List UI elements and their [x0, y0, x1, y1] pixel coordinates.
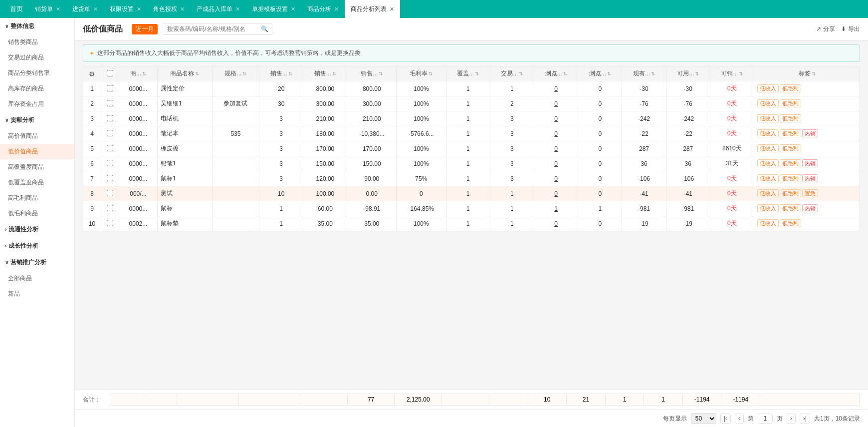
- row-checkbox[interactable]: [107, 115, 113, 121]
- nav-sales-order[interactable]: 销货单 ✕: [29, 0, 66, 18]
- row-browse1[interactable]: 0: [534, 156, 578, 171]
- sidebar-item-stock-capital[interactable]: 库存资金占用: [0, 96, 74, 112]
- row-trade: 1: [490, 81, 534, 96]
- sidebar-item-new-products[interactable]: 新品: [0, 286, 74, 302]
- sidebar-section-overall[interactable]: ∨ 整体信息: [0, 18, 74, 34]
- first-page-button[interactable]: |‹: [720, 414, 731, 424]
- row-browse1[interactable]: 0: [534, 111, 578, 126]
- sidebar-item-all-products[interactable]: 全部商品: [0, 271, 74, 286]
- sidebar-section-marketing[interactable]: ∨ 营销推广分析: [0, 254, 74, 271]
- settings-icon[interactable]: ⚙: [89, 70, 95, 78]
- row-browse1[interactable]: 1: [534, 201, 578, 216]
- table-container[interactable]: ⚙ 商...⇅ 商品名称⇅ 规格...⇅ 销售...⇅ 销售...⇅ 销售...…: [75, 66, 868, 389]
- close-icon[interactable]: ✕: [334, 6, 339, 12]
- row-checkbox-cell[interactable]: [101, 201, 119, 216]
- close-icon[interactable]: ✕: [390, 6, 394, 12]
- sidebar-section-growth[interactable]: › 成长性分析: [0, 238, 74, 254]
- page-size-select[interactable]: 50 100 200: [691, 413, 716, 424]
- row-checkbox[interactable]: [107, 175, 113, 181]
- row-checkbox[interactable]: [107, 190, 113, 196]
- row-checkbox-cell[interactable]: [101, 216, 119, 231]
- export-button[interactable]: ⬇ 导出: [841, 25, 860, 33]
- nav-home[interactable]: 首页: [4, 0, 29, 18]
- nav-product-analysis[interactable]: 商品分析 ✕: [301, 0, 345, 18]
- row-browse2: 0: [578, 186, 622, 201]
- row-browse1[interactable]: 0: [534, 171, 578, 186]
- total-browse2: 1: [644, 394, 683, 405]
- close-icon[interactable]: ✕: [93, 6, 98, 12]
- sidebar-item-high-coverage[interactable]: 高覆盖度商品: [0, 159, 74, 175]
- sidebar-section-circulation[interactable]: › 流通性分析: [0, 221, 74, 238]
- row-browse1[interactable]: 0: [534, 96, 578, 111]
- row-checkbox[interactable]: [107, 205, 113, 211]
- row-checkbox-cell[interactable]: [101, 81, 119, 96]
- row-browse2: 0: [578, 216, 622, 231]
- search-icon[interactable]: 🔍: [261, 25, 268, 32]
- row-name[interactable]: 电话机: [157, 111, 212, 126]
- nav-purchase-order[interactable]: 进货单 ✕: [66, 0, 104, 18]
- row-checkbox[interactable]: [107, 160, 113, 166]
- sidebar-item-high-profit[interactable]: 高毛利商品: [0, 190, 74, 206]
- total-trade: 21: [567, 394, 606, 405]
- row-name[interactable]: 鼠标1: [157, 171, 212, 186]
- sidebar-item-low-profit[interactable]: 低毛利商品: [0, 206, 74, 221]
- sidebar-item-high-value[interactable]: 高价值商品: [0, 128, 74, 144]
- sidebar-item-low-value[interactable]: 低价值商品: [0, 144, 74, 159]
- close-icon[interactable]: ✕: [235, 6, 240, 12]
- row-sales2: -10,380...: [347, 126, 397, 141]
- row-checkbox-cell[interactable]: [101, 126, 119, 141]
- tag-badge: 低毛利: [780, 159, 801, 167]
- row-browse1[interactable]: 0: [534, 141, 578, 156]
- close-icon[interactable]: ✕: [180, 6, 185, 12]
- row-checkbox-cell[interactable]: [101, 141, 119, 156]
- nav-permission-settings[interactable]: 权限设置 ✕: [104, 0, 147, 18]
- share-button[interactable]: ↗ 分享: [816, 25, 835, 33]
- row-name[interactable]: 铅笔1: [157, 156, 212, 171]
- row-browse1[interactable]: 0: [534, 186, 578, 201]
- sidebar-item-low-coverage[interactable]: 低覆盖度商品: [0, 175, 74, 190]
- page-input[interactable]: [758, 414, 773, 424]
- row-name[interactable]: 测试: [157, 186, 212, 201]
- row-name[interactable]: 笔记本: [157, 126, 212, 141]
- row-name[interactable]: 鼠标垫: [157, 216, 212, 231]
- nav-product-analysis-list[interactable]: 商品分析列表 ✕: [345, 0, 400, 18]
- row-browse1[interactable]: 0: [534, 216, 578, 231]
- row-checkbox-cell[interactable]: [101, 171, 119, 186]
- select-all-checkbox[interactable]: [107, 70, 113, 76]
- sidebar-item-sales-products[interactable]: 销售类商品: [0, 34, 74, 50]
- sidebar-section-contribution[interactable]: ∨ 贡献分析: [0, 112, 74, 128]
- row-name[interactable]: 吴细细1: [157, 96, 212, 111]
- close-icon[interactable]: ✕: [56, 6, 60, 12]
- sidebar-item-traded-products[interactable]: 交易过的商品: [0, 50, 74, 65]
- row-browse1[interactable]: 0: [534, 126, 578, 141]
- row-qty: 1: [259, 201, 303, 216]
- row-spec: [212, 216, 259, 231]
- row-checkbox[interactable]: [107, 145, 113, 151]
- row-checkbox[interactable]: [107, 100, 113, 106]
- row-browse1[interactable]: 0: [534, 81, 578, 96]
- row-name[interactable]: 橡皮擦: [157, 141, 212, 156]
- row-checkbox[interactable]: [107, 85, 113, 91]
- sidebar-item-high-stock[interactable]: 高库存的商品: [0, 81, 74, 96]
- row-name[interactable]: 属性定价: [157, 81, 212, 96]
- row-checkbox-cell[interactable]: [101, 111, 119, 126]
- total-pages-text: 共1页，10条记录: [814, 415, 860, 423]
- nav-product-inbound[interactable]: 产成品入库单 ✕: [191, 0, 246, 18]
- nav-role-auth[interactable]: 角色授权 ✕: [147, 0, 191, 18]
- row-checkbox-cell[interactable]: [101, 96, 119, 111]
- row-checkbox[interactable]: [107, 220, 113, 226]
- prev-page-button[interactable]: ‹: [735, 414, 744, 424]
- row-checkbox[interactable]: [107, 130, 113, 136]
- sidebar-item-category-rate[interactable]: 商品分类销售率: [0, 65, 74, 81]
- last-page-button[interactable]: ›|: [800, 414, 810, 424]
- search-input[interactable]: [163, 23, 272, 35]
- nav-template-settings[interactable]: 单据模板设置 ✕: [246, 0, 301, 18]
- next-page-button[interactable]: ›: [787, 414, 796, 424]
- close-icon[interactable]: ✕: [291, 6, 295, 12]
- row-checkbox-cell[interactable]: [101, 156, 119, 171]
- row-name[interactable]: 鼠标: [157, 201, 212, 216]
- time-filter-button[interactable]: 近一月: [132, 24, 158, 34]
- row-checkbox-cell[interactable]: [101, 186, 119, 201]
- tag-badge: 低收入: [757, 159, 779, 167]
- close-icon[interactable]: ✕: [137, 6, 141, 12]
